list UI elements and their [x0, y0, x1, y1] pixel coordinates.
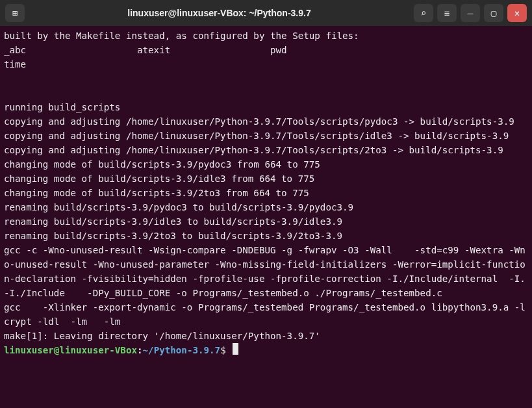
prompt-user-host: linuxuser@linuxuser-VBox [4, 345, 137, 355]
terminal-line: changing mode of build/scripts-3.9/2to3 … [4, 186, 528, 200]
terminal-line: changing mode of build/scripts-3.9/idle3… [4, 172, 528, 186]
titlebar: ⊞ linuxuser@linuxuser-VBox: ~/Python-3.9… [0, 0, 532, 26]
terminal-line: renaming build/scripts-3.9/idle3 to buil… [4, 214, 528, 229]
terminal-line: changing mode of build/scripts-3.9/pydoc… [4, 157, 528, 172]
terminal-cursor [233, 343, 238, 355]
prompt-dollar: $ [220, 345, 231, 355]
terminal-line: running build_scripts [4, 100, 528, 114]
menu-button[interactable]: ≡ [437, 4, 457, 22]
prompt-path: ~/Python-3.9.7 [143, 345, 221, 355]
prompt-colon: : [137, 345, 143, 355]
terminal-line: gcc -c -Wno-unused-result -Wsign-compare… [4, 243, 528, 300]
terminal-output[interactable]: built by the Makefile instead, as config… [0, 26, 532, 408]
search-icon: ⌕ [421, 8, 426, 18]
hamburger-icon: ≡ [444, 8, 450, 18]
search-button[interactable]: ⌕ [414, 4, 433, 22]
terminal-line: copying and adjusting /home/linuxuser/Py… [4, 114, 528, 129]
terminal-line: gcc -Xlinker -export-dynamic -o Programs… [4, 300, 528, 329]
terminal-line: _abc atexit pwd [4, 43, 528, 57]
terminal-line: renaming build/scripts-3.9/2to3 to build… [4, 229, 528, 243]
minimize-button[interactable]: — [461, 4, 480, 22]
terminal-line: time [4, 57, 528, 71]
terminal-line: make[1]: Leaving directory '/home/linuxu… [4, 329, 528, 343]
close-button[interactable]: ✕ [507, 4, 527, 22]
close-icon: ✕ [514, 8, 520, 18]
titlebar-left: ⊞ [5, 4, 25, 22]
terminal-line: renaming build/scripts-3.9/pydoc3 to bui… [4, 200, 528, 214]
terminal-line: copying and adjusting /home/linuxuser/Py… [4, 129, 528, 143]
maximize-icon: ▢ [491, 8, 496, 18]
titlebar-right: ⌕ ≡ — ▢ ✕ [414, 4, 527, 22]
terminal-line: copying and adjusting /home/linuxuser/Py… [4, 143, 528, 157]
minimize-icon: — [468, 8, 473, 18]
terminal-line [4, 71, 528, 86]
new-tab-button[interactable]: ⊞ [5, 4, 25, 22]
terminal-line [4, 86, 528, 100]
new-tab-icon: ⊞ [12, 8, 18, 18]
terminal-prompt[interactable]: linuxuser@linuxuser-VBox:~/Python-3.9.7$ [4, 343, 528, 357]
window-title: linuxuser@linuxuser-VBox: ~/Python-3.9.7 [30, 8, 409, 18]
terminal-line: built by the Makefile instead, as config… [4, 29, 528, 43]
maximize-button[interactable]: ▢ [484, 4, 503, 22]
